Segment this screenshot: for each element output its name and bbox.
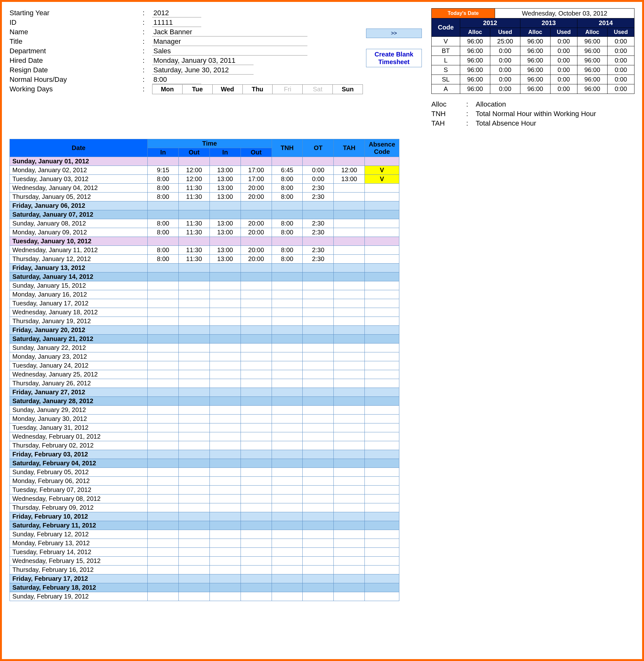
time-in1[interactable] [148,468,179,477]
absence-cell[interactable] [365,388,399,397]
tnh-cell[interactable] [272,574,303,583]
time-out1[interactable] [179,592,209,601]
time-out2[interactable] [240,521,272,530]
tah-cell[interactable] [334,344,365,352]
time-in2[interactable] [209,370,240,379]
timesheet-row[interactable]: Tuesday, February 07, 2012 [10,486,399,494]
absence-cell[interactable] [365,326,399,335]
timesheet-row[interactable]: Thursday, January 05, 20128:0011:3013:00… [10,193,399,201]
tnh-cell[interactable] [272,352,303,361]
tnh-cell[interactable] [272,370,303,379]
timesheet-row[interactable]: Thursday, February 02, 2012 [10,441,399,450]
time-out2[interactable] [240,503,272,512]
time-in1[interactable] [148,557,179,566]
time-in2[interactable] [209,494,240,503]
timesheet-row[interactable]: Sunday, January 01, 2012 [10,157,399,166]
date-cell[interactable]: Saturday, February 04, 2012 [10,459,148,468]
tnh-cell[interactable]: 8:00 [272,228,303,237]
timesheet-row[interactable]: Friday, February 17, 2012 [10,574,399,583]
date-cell[interactable]: Tuesday, January 31, 2012 [10,423,148,432]
time-out2[interactable] [240,157,272,166]
time-in1[interactable] [148,352,179,361]
ot-cell[interactable] [303,441,334,450]
time-in1[interactable] [148,521,179,530]
ot-cell[interactable]: 2:30 [303,246,334,255]
timesheet-row[interactable]: Tuesday, January 31, 2012 [10,423,399,432]
emp-value[interactable]: Saturday, June 30, 2012 [152,66,254,74]
timesheet-row[interactable]: Wednesday, February 15, 2012 [10,557,399,566]
tnh-cell[interactable] [272,281,303,290]
tnh-cell[interactable] [272,503,303,512]
time-in1[interactable] [148,326,179,335]
tah-cell[interactable] [334,441,365,450]
timesheet-row[interactable]: Saturday, January 21, 2012 [10,335,399,344]
tah-cell[interactable] [334,299,365,308]
tah-cell[interactable] [334,459,365,468]
absence-cell[interactable] [365,246,399,255]
timesheet-row[interactable]: Sunday, January 15, 2012 [10,281,399,290]
absence-cell[interactable] [365,184,399,193]
tnh-cell[interactable] [272,566,303,574]
day-cell[interactable]: Thu [243,85,273,94]
time-in1[interactable] [148,432,179,441]
date-cell[interactable]: Thursday, January 12, 2012 [10,255,148,264]
time-out1[interactable] [179,468,209,477]
tnh-cell[interactable] [272,432,303,441]
time-out2[interactable] [240,397,272,406]
time-in2[interactable] [209,583,240,592]
absence-cell[interactable] [365,237,399,246]
date-cell[interactable]: Saturday, January 21, 2012 [10,335,148,344]
date-cell[interactable]: Thursday, January 05, 2012 [10,193,148,201]
date-cell[interactable]: Sunday, February 19, 2012 [10,592,148,601]
timesheet-row[interactable]: Friday, February 03, 2012 [10,450,399,459]
tah-cell[interactable] [334,228,365,237]
time-out2[interactable] [240,432,272,441]
absence-cell[interactable] [365,344,399,352]
ot-cell[interactable] [303,326,334,335]
tah-cell[interactable] [334,290,365,299]
ot-cell[interactable] [303,406,334,415]
tnh-cell[interactable]: 8:00 [272,219,303,228]
date-cell[interactable]: Monday, January 09, 2012 [10,228,148,237]
day-cell[interactable]: Wed [213,85,243,94]
day-cell[interactable]: Tue [183,85,213,94]
time-in2[interactable] [209,512,240,521]
ot-cell[interactable] [303,415,334,423]
timesheet-row[interactable]: Monday, January 09, 20128:0011:3013:0020… [10,228,399,237]
time-in2[interactable] [209,379,240,388]
time-in2[interactable]: 13:00 [209,246,240,255]
time-out2[interactable] [240,335,272,344]
time-out1[interactable] [179,335,209,344]
time-in1[interactable]: 8:00 [148,246,179,255]
time-in1[interactable] [148,494,179,503]
tnh-cell[interactable] [272,539,303,548]
time-out1[interactable] [179,379,209,388]
time-out2[interactable] [240,264,272,272]
absence-cell[interactable] [365,255,399,264]
timesheet-row[interactable]: Monday, January 30, 2012 [10,415,399,423]
ot-cell[interactable]: 2:30 [303,228,334,237]
time-in1[interactable] [148,290,179,299]
emp-value[interactable]: 2012 [152,9,201,18]
time-out2[interactable] [240,423,272,432]
time-in2[interactable] [209,352,240,361]
tnh-cell[interactable] [272,379,303,388]
time-in2[interactable] [209,201,240,210]
tnh-cell[interactable] [272,406,303,415]
date-cell[interactable]: Saturday, January 07, 2012 [10,210,148,219]
time-in2[interactable] [209,210,240,219]
time-out2[interactable] [240,210,272,219]
timesheet-row[interactable]: Tuesday, January 24, 2012 [10,361,399,370]
absence-cell[interactable]: V [365,166,399,175]
absence-cell[interactable] [365,450,399,459]
time-out2[interactable] [240,308,272,317]
tnh-cell[interactable] [272,272,303,281]
time-in2[interactable] [209,548,240,557]
ot-cell[interactable] [303,344,334,352]
time-out1[interactable] [179,557,209,566]
absence-cell[interactable] [365,574,399,583]
absence-cell[interactable] [365,521,399,530]
timesheet-row[interactable]: Monday, February 06, 2012 [10,477,399,486]
timesheet-row[interactable]: Saturday, February 18, 2012 [10,583,399,592]
time-out1[interactable]: 11:30 [179,184,209,193]
